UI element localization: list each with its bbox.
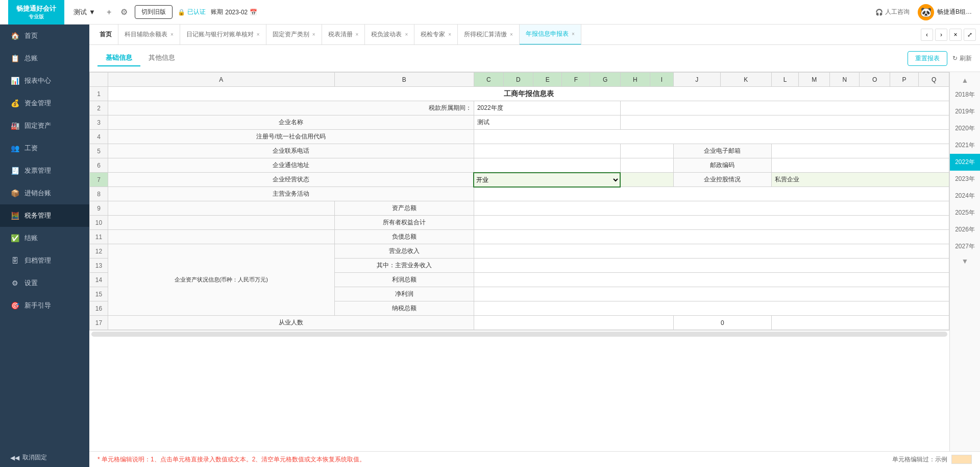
sidebar-item-stock[interactable]: 📦 进销台账 xyxy=(0,182,89,204)
reg-value-cell[interactable] xyxy=(474,130,949,144)
col-header-f[interactable]: F xyxy=(562,73,590,87)
sidebar-item-home[interactable]: 🏠 首页 xyxy=(0,25,89,47)
addr-value-cell[interactable] xyxy=(474,158,620,173)
close-tab-icon[interactable]: × xyxy=(405,32,408,37)
sidebar-item-tax[interactable]: 🧮 税务管理 xyxy=(0,204,89,227)
main-revenue-value-cell[interactable] xyxy=(474,259,949,273)
col-header-g[interactable]: G xyxy=(590,73,621,87)
tab-expand[interactable]: ⤢ xyxy=(964,29,976,41)
h-scrollbar[interactable] xyxy=(91,332,947,337)
col-header-h[interactable]: H xyxy=(620,73,650,87)
col-header-a[interactable]: A xyxy=(108,73,335,87)
add-button[interactable]: + xyxy=(105,6,113,19)
sidebar-item-checkout[interactable]: ✅ 结账 xyxy=(0,227,89,249)
tab-home[interactable]: 首页 xyxy=(93,25,118,45)
shareholding-value-cell[interactable]: 私营企业 xyxy=(771,173,949,187)
tab-income-tax[interactable]: 所得税汇算清缴 × xyxy=(458,25,520,45)
year-2021[interactable]: 2021年 xyxy=(950,137,980,154)
sidebar-item-reports[interactable]: 📊 报表中心 xyxy=(0,69,89,92)
year-2018[interactable]: 2018年 xyxy=(950,86,980,103)
table-row[interactable]: 7 企业经营状态 开业 注销 吊销 迁出 撤销 xyxy=(90,173,949,187)
tab-annual-report[interactable]: 年报信息申报表 × xyxy=(520,25,581,45)
tab-tax-table[interactable]: 税表清册 × xyxy=(322,25,365,45)
sidebar-item-settings[interactable]: ⚙ 设置 xyxy=(0,272,89,294)
tab-bank-reconcile[interactable]: 日记账与银行对账单核对 × xyxy=(180,25,266,45)
year-2022[interactable]: 2022年 xyxy=(950,154,980,171)
pin-toggle[interactable]: ◀◀ 取消固定 xyxy=(0,448,89,467)
sidebar-item-payroll[interactable]: 👥 工资 xyxy=(0,137,89,159)
total-assets-value-cell[interactable] xyxy=(474,201,949,216)
revenue-total-value-cell[interactable] xyxy=(474,244,949,259)
settings-icon[interactable]: ⚙ xyxy=(118,5,130,19)
tab-tax-fluctuation[interactable]: 税负波动表 × xyxy=(365,25,414,45)
close-tab-icon[interactable]: × xyxy=(448,32,451,37)
col-header-p[interactable]: P xyxy=(890,73,919,87)
close-tab-icon[interactable]: × xyxy=(510,32,513,37)
refresh-icon: ↻ xyxy=(952,55,958,62)
sidebar-item-assets[interactable]: 🏭 固定资产 xyxy=(0,114,89,137)
close-tab-icon[interactable]: × xyxy=(170,32,174,37)
tab-close-all[interactable]: × xyxy=(949,29,962,41)
col-header-o[interactable]: O xyxy=(860,73,890,87)
year-2026[interactable]: 2026年 xyxy=(950,221,980,238)
postal-value-cell[interactable] xyxy=(771,158,949,173)
year-2023[interactable]: 2023年 xyxy=(950,171,980,188)
col-header-j[interactable]: J xyxy=(673,73,720,87)
period-value-cell[interactable]: 2022年度 xyxy=(474,101,620,115)
calendar-icon[interactable]: 📅 xyxy=(250,9,257,16)
tab-fixed-assets-category[interactable]: 固定资产类别 × xyxy=(266,25,322,45)
sidebar-item-invoice[interactable]: 🧾 发票管理 xyxy=(0,159,89,182)
total-tax-value-cell[interactable] xyxy=(474,301,949,316)
col-header-n[interactable]: N xyxy=(830,73,860,87)
employees-value-cell[interactable] xyxy=(474,316,673,330)
col-header-k[interactable]: K xyxy=(720,73,771,87)
year-scroll-down[interactable]: ▼ xyxy=(960,255,971,267)
sidebar-item-guide[interactable]: 🎯 新手引导 xyxy=(0,294,89,317)
close-tab-icon[interactable]: × xyxy=(356,32,359,37)
subtab-other[interactable]: 其他信息 xyxy=(140,50,183,66)
col-header-e[interactable]: E xyxy=(533,73,562,87)
email-value-cell[interactable] xyxy=(771,144,949,158)
subtab-basic[interactable]: 基础信息 xyxy=(97,50,140,66)
employees-num-cell[interactable]: 0 xyxy=(673,316,771,330)
old-version-button[interactable]: 切到旧版 xyxy=(135,5,173,19)
col-header-i[interactable]: I xyxy=(650,73,673,87)
close-tab-icon[interactable]: × xyxy=(572,31,575,37)
sidebar-item-ledger[interactable]: 📋 总账 xyxy=(0,47,89,69)
biz-status-value-cell[interactable]: 开业 注销 吊销 迁出 撤销 xyxy=(474,173,620,187)
close-tab-icon[interactable]: × xyxy=(312,32,315,37)
main-activity-value-cell[interactable] xyxy=(474,187,949,201)
net-profit-value-cell[interactable] xyxy=(474,287,949,301)
col-header-m[interactable]: M xyxy=(799,73,830,87)
col-header-c[interactable]: C xyxy=(474,73,503,87)
year-2024[interactable]: 2024年 xyxy=(950,188,980,204)
phone-value-cell[interactable] xyxy=(474,144,620,158)
year-2019[interactable]: 2019年 xyxy=(950,103,980,120)
tab-scroll-right[interactable]: › xyxy=(935,29,947,41)
col-header-b[interactable]: B xyxy=(334,73,474,87)
profit-total-value-cell[interactable] xyxy=(474,273,949,287)
col-header-l[interactable]: L xyxy=(771,73,799,87)
company-value-cell[interactable]: 测试 xyxy=(474,115,620,130)
ai-consult-button[interactable]: 🎧 人工咨询 xyxy=(875,8,910,16)
year-2027[interactable]: 2027年 xyxy=(950,238,980,255)
close-tab-icon[interactable]: × xyxy=(257,32,260,37)
year-2025[interactable]: 2025年 xyxy=(950,204,980,221)
tab-scroll-left[interactable]: ‹ xyxy=(921,29,933,41)
sidebar-item-archive[interactable]: 🗄 归档管理 xyxy=(0,249,89,272)
biz-status-dropdown[interactable]: 开业 注销 吊销 迁出 撤销 xyxy=(474,173,620,186)
reset-report-button[interactable]: 重置报表 xyxy=(908,51,947,66)
user-info[interactable]: 🐼 畅捷通B组… xyxy=(918,4,972,20)
col-header-d[interactable]: D xyxy=(503,73,533,87)
tab-subsidiary-balance[interactable]: 科目辅助余额表 × xyxy=(118,25,180,45)
equity-value-cell[interactable] xyxy=(474,216,949,230)
liab-value-cell[interactable] xyxy=(474,230,949,244)
year-scroll-up[interactable]: ▲ xyxy=(960,74,971,86)
row-num: 17 xyxy=(90,316,108,330)
company-selector[interactable]: 测试 ▼ xyxy=(69,6,100,19)
col-header-q[interactable]: Q xyxy=(919,73,949,87)
year-2020[interactable]: 2020年 xyxy=(950,120,980,137)
refresh-button[interactable]: ↻ 刷新 xyxy=(952,54,972,63)
sidebar-item-capital[interactable]: 💰 资金管理 xyxy=(0,92,89,114)
tab-tax-inspection[interactable]: 税检专家 × xyxy=(414,25,458,45)
